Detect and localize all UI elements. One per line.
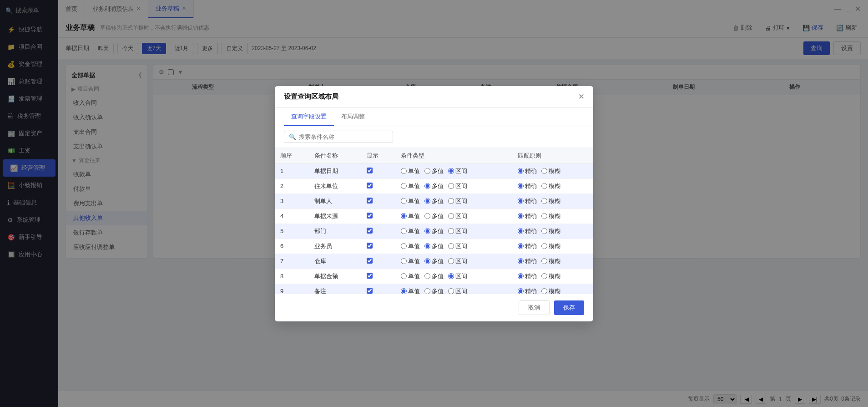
type-radio-item[interactable]: 区间 (448, 227, 467, 235)
type-radio-item[interactable]: 单值 (401, 212, 420, 220)
type-radio-item[interactable]: 区间 (448, 287, 467, 294)
display-checkbox[interactable] (367, 183, 373, 188)
type-radio-item[interactable]: 多值 (424, 212, 444, 220)
match-radio[interactable] (518, 183, 524, 189)
type-radio[interactable] (424, 213, 430, 219)
match-radio[interactable] (541, 198, 547, 204)
match-radio[interactable] (518, 243, 524, 249)
type-radio-item[interactable]: 单值 (401, 287, 420, 294)
display-checkbox[interactable] (367, 243, 373, 249)
tab-layout[interactable]: 布局调整 (334, 108, 372, 126)
match-radio-item[interactable]: 模糊 (541, 287, 560, 294)
type-radio[interactable] (448, 168, 454, 174)
display-checkbox[interactable] (367, 273, 373, 279)
type-radio[interactable] (424, 243, 430, 249)
type-radio-item[interactable]: 区间 (448, 257, 467, 265)
type-radio-item[interactable]: 多值 (424, 242, 444, 250)
type-radio-item[interactable]: 单值 (401, 197, 420, 205)
match-radio[interactable] (518, 168, 524, 174)
match-radio-item[interactable]: 模糊 (541, 167, 560, 175)
type-radio-item[interactable]: 多值 (424, 257, 444, 265)
match-radio-item[interactable]: 精确 (518, 257, 537, 265)
type-radio[interactable] (448, 258, 454, 264)
match-radio[interactable] (541, 243, 547, 249)
type-radio-item[interactable]: 单值 (401, 167, 420, 175)
save-button[interactable]: 保存 (554, 300, 584, 315)
type-radio-item[interactable]: 多值 (424, 227, 444, 235)
cancel-button[interactable]: 取消 (519, 300, 550, 315)
tab-query-fields[interactable]: 查询字段设置 (284, 108, 334, 126)
type-radio[interactable] (448, 243, 454, 249)
type-radio[interactable] (424, 168, 430, 174)
display-checkbox[interactable] (367, 258, 373, 264)
match-radio-item[interactable]: 精确 (518, 287, 537, 294)
match-radio-item[interactable]: 精确 (518, 272, 537, 280)
type-radio-item[interactable]: 单值 (401, 257, 420, 265)
match-radio[interactable] (541, 168, 547, 174)
type-radio-item[interactable]: 单值 (401, 272, 420, 280)
type-radio-item[interactable]: 区间 (448, 272, 467, 280)
type-radio[interactable] (448, 288, 454, 294)
type-radio-item[interactable]: 区间 (448, 242, 467, 250)
type-radio-item[interactable]: 单值 (401, 227, 420, 235)
type-radio[interactable] (401, 183, 407, 189)
type-radio-item[interactable]: 单值 (401, 242, 420, 250)
match-radio[interactable] (541, 183, 547, 189)
type-radio[interactable] (401, 213, 407, 219)
match-radio-item[interactable]: 模糊 (541, 227, 560, 235)
type-radio[interactable] (448, 228, 454, 234)
type-radio[interactable] (448, 273, 454, 279)
condition-search-input[interactable] (299, 133, 388, 140)
match-radio[interactable] (541, 273, 547, 279)
display-checkbox[interactable] (367, 228, 373, 234)
match-radio[interactable] (541, 228, 547, 234)
match-radio[interactable] (541, 258, 547, 264)
type-radio[interactable] (448, 213, 454, 219)
display-checkbox[interactable] (367, 213, 373, 219)
type-radio[interactable] (401, 198, 407, 204)
match-radio-item[interactable]: 模糊 (541, 272, 560, 280)
type-radio[interactable] (401, 288, 407, 294)
match-radio-item[interactable]: 模糊 (541, 257, 560, 265)
match-radio[interactable] (518, 228, 524, 234)
match-radio-item[interactable]: 精确 (518, 182, 537, 190)
match-radio-item[interactable]: 模糊 (541, 212, 560, 220)
type-radio[interactable] (424, 273, 430, 279)
match-radio-item[interactable]: 模糊 (541, 197, 560, 205)
type-radio[interactable] (401, 273, 407, 279)
match-radio-item[interactable]: 模糊 (541, 182, 560, 190)
display-checkbox[interactable] (367, 168, 373, 173)
match-radio[interactable] (541, 213, 547, 219)
type-radio-item[interactable]: 多值 (424, 167, 444, 175)
type-radio[interactable] (401, 168, 407, 174)
type-radio[interactable] (448, 183, 454, 189)
type-radio[interactable] (401, 258, 407, 264)
match-radio[interactable] (518, 288, 524, 294)
display-checkbox[interactable] (367, 288, 373, 294)
match-radio[interactable] (518, 273, 524, 279)
match-radio-item[interactable]: 精确 (518, 197, 537, 205)
match-radio-item[interactable]: 精确 (518, 167, 537, 175)
type-radio-item[interactable]: 区间 (448, 212, 467, 220)
match-radio-item[interactable]: 精确 (518, 227, 537, 235)
match-radio[interactable] (541, 288, 547, 294)
type-radio-item[interactable]: 区间 (448, 197, 467, 205)
type-radio-item[interactable]: 多值 (424, 272, 444, 280)
type-radio-item[interactable]: 单值 (401, 182, 420, 190)
type-radio[interactable] (424, 288, 430, 294)
type-radio[interactable] (424, 198, 430, 204)
display-checkbox[interactable] (367, 198, 373, 204)
type-radio-item[interactable]: 多值 (424, 197, 444, 205)
type-radio[interactable] (424, 258, 430, 264)
match-radio[interactable] (518, 198, 524, 204)
match-radio[interactable] (518, 213, 524, 219)
type-radio[interactable] (448, 198, 454, 204)
match-radio-item[interactable]: 精确 (518, 242, 537, 250)
match-radio-item[interactable]: 精确 (518, 212, 537, 220)
match-radio-item[interactable]: 模糊 (541, 242, 560, 250)
type-radio-item[interactable]: 区间 (448, 182, 467, 190)
type-radio[interactable] (401, 243, 407, 249)
type-radio[interactable] (424, 228, 430, 234)
type-radio-item[interactable]: 多值 (424, 287, 444, 294)
type-radio[interactable] (401, 228, 407, 234)
